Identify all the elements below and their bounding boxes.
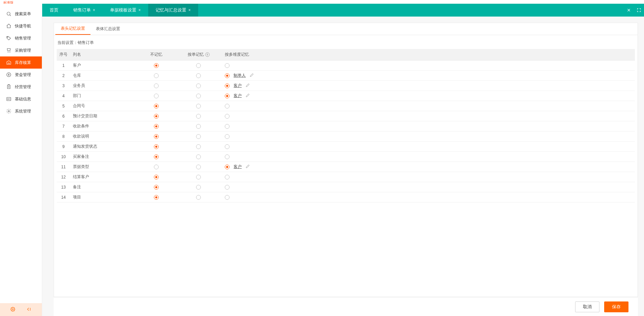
radio-by-bill[interactable] [196,104,201,108]
radio-no-memory[interactable] [154,195,159,200]
sidebar-item-8[interactable]: 系统管理 [0,105,42,117]
tab-3[interactable]: 记忆与汇总设置× [148,4,198,17]
radio-by-dim[interactable] [225,63,230,68]
radio-by-dim[interactable] [225,114,230,119]
radio-no-memory[interactable] [154,154,159,159]
dim-value[interactable]: 客户 [234,164,242,170]
table-row: 8收款说明 [57,131,635,142]
radio-no-memory[interactable] [154,83,159,88]
radio-by-dim[interactable] [225,185,230,190]
cell-name: 收款条件 [70,121,138,131]
close-icon[interactable]: × [93,8,95,13]
sidebar-item-6[interactable]: 经营管理 [0,81,42,93]
current-setting-row: 当前设置：销售订单 [54,35,638,49]
radio-by-bill[interactable] [196,114,201,119]
sidebar-item-3[interactable]: 采购管理 [0,44,42,56]
radio-by-dim[interactable] [225,124,230,129]
sidebar-item-2[interactable]: 销售管理 [0,32,42,44]
cell-name: 预计交货日期 [70,111,138,121]
tab-0[interactable]: 首页 [42,4,66,17]
radio-no-memory[interactable] [154,185,159,190]
table-row: 10买家备注 [57,152,635,162]
radio-no-memory[interactable] [154,114,159,119]
radio-no-memory[interactable] [154,94,159,98]
cell-name: 业务员 [70,81,138,91]
col-by-dim: 按多维度记忆 [222,49,635,60]
radio-by-dim[interactable] [225,134,230,139]
id-icon [6,96,11,102]
search-icon [6,11,11,17]
radio-by-bill[interactable] [196,144,201,149]
cell-name: 收款说明 [70,131,138,142]
col-no-memory: 不记忆 [138,49,175,60]
collapse-icon[interactable] [27,307,31,313]
sidebar-item-0[interactable]: 搜索菜单 [0,8,42,20]
tab-2[interactable]: 单据模板设置× [103,4,148,17]
svg-point-6 [8,111,9,112]
radio-by-bill[interactable] [196,124,201,129]
sidebar-item-4[interactable]: 库存核算 [0,56,42,69]
subtab-0[interactable]: 表头记忆设置 [55,23,90,35]
sidebar-item-5[interactable]: 资金管理 [0,69,42,81]
radio-no-memory[interactable] [154,104,159,108]
cancel-button[interactable]: 取消 [575,301,599,312]
radio-no-memory[interactable] [154,124,159,129]
radio-by-bill[interactable] [196,185,201,190]
radio-no-memory[interactable] [154,144,159,149]
radio-by-dim[interactable] [225,94,230,98]
radio-by-dim[interactable] [225,144,230,149]
radio-no-memory[interactable] [154,165,159,169]
gear-icon[interactable] [10,307,15,313]
dim-value[interactable]: 客户 [234,83,242,89]
radio-by-bill[interactable] [196,154,201,159]
radio-by-dim[interactable] [225,73,230,78]
sidebar-item-1[interactable]: 快捷导航 [0,20,42,32]
cell-index: 4 [57,91,70,101]
radio-by-dim[interactable] [225,83,230,88]
save-button[interactable]: 保存 [604,301,628,312]
sidebar-item-7[interactable]: 基础信息 [0,93,42,105]
dim-value[interactable]: 制单人 [234,73,246,78]
radio-by-bill[interactable] [196,83,201,88]
radio-by-bill[interactable] [196,73,201,78]
cell-name: 部门 [70,91,138,101]
cell-index: 5 [57,101,70,111]
radio-by-bill[interactable] [196,134,201,139]
fullscreen-button[interactable] [634,4,644,17]
clipboard-icon [6,84,11,90]
radio-no-memory[interactable] [154,73,159,78]
radio-by-bill[interactable] [196,63,201,68]
sidebar-item-label: 快捷导航 [15,23,31,29]
radio-no-memory[interactable] [154,134,159,139]
close-icon[interactable]: × [188,8,191,13]
radio-by-dim[interactable] [225,165,230,169]
radio-by-dim[interactable] [225,175,230,179]
radio-by-bill[interactable] [196,165,201,169]
radio-no-memory[interactable] [154,63,159,68]
radio-by-dim[interactable] [225,154,230,159]
edit-icon[interactable] [246,83,250,88]
radio-no-memory[interactable] [154,175,159,179]
tabbar-close-button[interactable] [624,4,634,17]
edit-icon[interactable] [250,73,254,78]
cell-name: 项目 [70,192,138,202]
subtab-1[interactable]: 表体汇总设置 [90,23,126,35]
radio-by-bill[interactable] [196,175,201,179]
radio-by-dim[interactable] [225,195,230,200]
close-icon[interactable]: × [138,8,141,13]
radio-by-bill[interactable] [196,195,201,200]
edit-icon[interactable] [246,93,250,98]
radio-by-dim[interactable] [225,104,230,108]
cell-index: 3 [57,81,70,91]
tab-1[interactable]: 销售订单× [66,4,103,17]
cell-index: 2 [57,71,70,81]
svg-point-5 [8,99,9,100]
radio-by-bill[interactable] [196,94,201,98]
edit-icon[interactable] [246,164,250,169]
help-icon[interactable]: ? [205,52,210,57]
table-row: 12结算客户 [57,172,635,182]
dim-value[interactable]: 客户 [234,93,242,99]
cell-name: 票据类型 [70,162,138,172]
cell-name: 合同号 [70,101,138,111]
tab-label: 记忆与汇总设置 [156,7,186,13]
